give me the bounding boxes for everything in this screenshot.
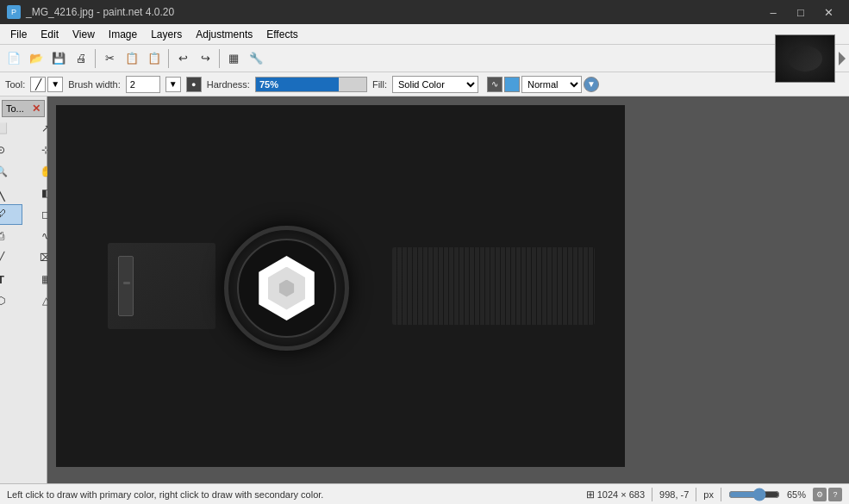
select-all-button[interactable]: ▦ [223, 48, 244, 69]
brush-width-label: Brush width: [68, 79, 121, 90]
tool-dropdown[interactable]: ▼ [47, 77, 63, 92]
brush-width-dropdown[interactable]: ▼ [165, 77, 181, 92]
fill-select[interactable]: Solid Color [392, 76, 478, 93]
title-bar-controls: – □ ✕ [759, 0, 842, 24]
menu-edit[interactable]: Edit [34, 25, 66, 44]
status-icon-1: ⚙ [813, 488, 827, 501]
redo-button[interactable]: ↪ [195, 48, 215, 69]
brush-width-input[interactable] [126, 76, 160, 93]
main-toolbar: 📄 📂 💾 🖨 ✂ 📋 📋 ↩ ↪ ▦ 🔧 [0, 45, 849, 72]
copy-button[interactable]: 📋 [122, 48, 142, 69]
tool-lasso[interactable]: ⊙ [0, 140, 22, 160]
brush-shape-toggle[interactable]: ● [186, 77, 202, 92]
canvas-area[interactable] [47, 96, 849, 483]
toolbar-sep-1 [95, 49, 96, 68]
menu-image[interactable]: Image [102, 25, 144, 44]
print-button[interactable]: 🖨 [71, 48, 91, 69]
primary-color-swatch[interactable] [504, 77, 520, 92]
toolbar-sep-3 [219, 49, 220, 68]
blend-mode-select[interactable]: Normal [521, 76, 582, 93]
tool-rect-select[interactable]: ⬜ [0, 118, 22, 139]
tool-clone[interactable]: ⎙ [0, 226, 22, 246]
menu-adjustments[interactable]: Adjustments [189, 25, 259, 44]
status-icon-2: ? [828, 488, 842, 501]
tool-zoom[interactable]: 🔍 [0, 161, 22, 182]
blend-options-button[interactable]: ▼ [584, 77, 599, 92]
resolution-value: 1024 × 683 [597, 489, 645, 500]
hardness-bar[interactable]: 75% [255, 77, 367, 92]
resolution-icon: ⊞ [586, 488, 595, 501]
coordinates-value: 998, -7 [659, 489, 689, 500]
tool-icon: ╱ [30, 77, 46, 92]
menu-effects[interactable]: Effects [259, 25, 304, 44]
zoom-slider[interactable] [728, 491, 780, 498]
tool-pencil[interactable]: ╲ [0, 183, 22, 203]
undo-button[interactable]: ↩ [172, 48, 193, 69]
status-icons: ⚙ ? [813, 488, 842, 501]
zoom-value: 65% [787, 489, 806, 500]
main-area: To... ✕ ⬜ ↗ ⊙ ⊹ 🔍 ✋ ╲ ◧ 🖊 ◻ ⎙ [0, 96, 849, 483]
tools-panel-title[interactable]: To... ✕ [2, 100, 45, 117]
app-icon: P [7, 5, 21, 19]
tool-label: Tool: [5, 79, 25, 90]
image-thumbnail [775, 34, 835, 83]
status-right: ⊞ 1024 × 683 998, -7 px 65% ⚙ ? [586, 488, 842, 501]
status-bar: Left click to draw with primary color, r… [0, 483, 849, 504]
tool-line[interactable]: ╱ [0, 247, 22, 268]
tools-panel: To... ✕ ⬜ ↗ ⊙ ⊹ 🔍 ✋ ╲ ◧ 🖊 ◻ ⎙ [0, 96, 47, 483]
tool-shape-select[interactable]: ⬡ [0, 290, 22, 311]
tools-panel-close[interactable]: ✕ [32, 103, 41, 115]
blend-curve-icon: ∿ [487, 77, 503, 92]
close-button[interactable]: ✕ [815, 0, 842, 24]
thumb-expand-arrow[interactable] [839, 52, 846, 65]
status-sep-3 [721, 488, 721, 501]
cut-button[interactable]: ✂ [99, 48, 120, 69]
open-file-button[interactable]: 📂 [26, 48, 47, 69]
tools-panel-label: To... [6, 103, 24, 114]
units-label: px [703, 489, 714, 500]
hardness-label: Hardness: [207, 79, 250, 90]
status-coordinates: 998, -7 [659, 489, 689, 500]
toolbar-sep-2 [168, 49, 169, 68]
title-bar: P _MG_4216.jpg - paint.net 4.0.20 – □ ✕ [0, 0, 849, 24]
watch-image [56, 105, 625, 467]
hardness-value: 75% [259, 79, 278, 90]
menu-bar: File Edit View Image Layers Adjustments … [0, 24, 849, 45]
image-canvas [56, 105, 625, 467]
fill-label: Fill: [372, 79, 387, 90]
menu-view[interactable]: View [66, 25, 102, 44]
minimize-button[interactable]: – [759, 0, 787, 24]
window-title: _MG_4216.jpg - paint.net 4.0.20 [26, 6, 174, 18]
paste-button[interactable]: 📋 [144, 48, 165, 69]
tool-text[interactable]: T [0, 269, 22, 289]
tool-brush[interactable]: 🖊 [0, 204, 22, 225]
status-hint: Left click to draw with primary color, r… [7, 489, 576, 500]
maximize-button[interactable]: □ [787, 0, 815, 24]
menu-layers[interactable]: Layers [144, 25, 189, 44]
settings-button[interactable]: 🔧 [246, 48, 266, 69]
menu-file[interactable]: File [3, 25, 34, 44]
status-sep-2 [696, 488, 696, 501]
title-bar-left: P _MG_4216.jpg - paint.net 4.0.20 [7, 5, 174, 19]
status-resolution: ⊞ 1024 × 683 [586, 488, 645, 501]
save-button[interactable]: 💾 [48, 48, 69, 69]
status-sep-1 [652, 488, 652, 501]
new-file-button[interactable]: 📄 [3, 48, 24, 69]
options-bar: Tool: ╱ ▼ Brush width: ▼ ● Hardness: 75%… [0, 72, 849, 96]
